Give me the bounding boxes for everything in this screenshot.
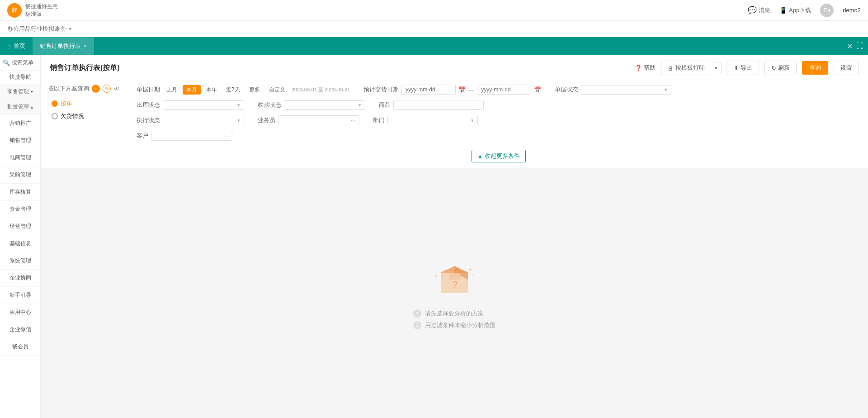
filter-collapse-row: ▲ 收起更多条件 (137, 146, 861, 162)
scheme-item-shortage[interactable]: 欠货情况 (48, 110, 123, 123)
member-label: 畅会员 (12, 343, 28, 351)
search-menu-area[interactable]: 🔍 搜索菜单 (0, 55, 40, 71)
status-select[interactable]: ▾ (581, 85, 671, 95)
edit-scheme-button[interactable]: ✎ (103, 85, 111, 93)
sidebar-item-member[interactable]: 畅会员 (0, 338, 40, 356)
retail-expand-icon: ▾ (31, 89, 33, 94)
exec-select[interactable]: ▾ (163, 116, 244, 125)
sidebar-item-ecommerce[interactable]: 电商管理 (0, 149, 40, 166)
app-icon (779, 7, 787, 14)
sidebar-item-finance[interactable]: 资金管理 (0, 201, 40, 218)
fullscreen-icon[interactable]: ⛶ (856, 42, 863, 50)
exec-group: 执行状态 ▾ (137, 116, 244, 125)
sidebar-item-marketing[interactable]: 营销推广 (0, 115, 40, 132)
empty-icon: ? (432, 257, 477, 302)
message-button[interactable]: 消息 (748, 6, 770, 14)
expected-date-group: 预计交货日期 📅 — 📅 (363, 85, 541, 95)
collapse-button[interactable]: ▲ 收起更多条件 (472, 150, 526, 162)
page-title: 销售订单执行表(按单) (50, 63, 120, 73)
exec-label: 执行状态 (137, 116, 160, 124)
filter-row-4: 客户 ··· (137, 131, 861, 141)
username[interactable]: demo2 (843, 7, 861, 14)
sidebar-item-wechat[interactable]: 企业微信 (0, 321, 40, 338)
close-window-icon[interactable]: ✕ (847, 42, 853, 51)
scheme-header-label: 按以下方案查询 (48, 85, 89, 93)
page-actions: ❓ 帮助 🖨 按模板打印 ▾ ⬆ 导出 ↻ 刷新 (635, 61, 859, 75)
svg-rect-3 (449, 273, 460, 280)
export-button[interactable]: ⬆ 导出 (727, 61, 759, 75)
collapse-up-icon: ▲ (477, 153, 483, 160)
add-scheme-button[interactable]: + (92, 85, 100, 93)
content-body: ? 1 请先选择要分析的方案 2 用过滤条件来缩小分析范围 (41, 168, 868, 418)
help-button[interactable]: ❓ 帮助 (635, 64, 656, 72)
settings-label: 设置 (840, 64, 852, 72)
goods-more-icon[interactable]: ··· (475, 102, 480, 108)
salesperson-more-icon[interactable]: ··· (351, 117, 355, 124)
sidebar-item-enterprise[interactable]: 企业协同 (0, 270, 40, 287)
sidebar-item-retail[interactable]: 零售管理 ▾ (0, 84, 40, 100)
app-download-button[interactable]: App下载 (779, 6, 811, 14)
date-tab-current-month[interactable]: 本月 (183, 85, 201, 95)
avatar[interactable]: Ea (820, 4, 834, 17)
salesperson-select[interactable]: ··· (278, 115, 359, 125)
sidebar-item-basic-info[interactable]: 基础信息 (0, 235, 40, 252)
page-header: 销售订单执行表(按单) ❓ 帮助 🖨 按模板打印 ▾ ⬆ 导出 (41, 55, 868, 79)
sidebar-item-purchase[interactable]: 采购管理 (0, 166, 40, 184)
ecommerce-label: 电商管理 (9, 154, 31, 162)
date-tab-custom[interactable]: 自定义 (265, 85, 289, 95)
goods-select[interactable]: ··· (393, 100, 484, 110)
svg-point-6 (472, 274, 473, 276)
outstock-select[interactable]: ▾ (163, 100, 244, 110)
sidebar-item-app-center[interactable]: 应用中心 (0, 304, 40, 321)
export-label: 导出 (741, 64, 752, 72)
scheme-item-order[interactable]: 按单 (48, 97, 123, 110)
print-dropdown-trigger[interactable]: ▾ (711, 62, 722, 74)
date-tab-7days[interactable]: 近7天 (222, 85, 244, 95)
wholesale-expand-icon: ▴ (31, 104, 33, 109)
calendar-to-icon[interactable]: 📅 (534, 86, 541, 93)
purchase-label: 采购管理 (9, 171, 31, 179)
date-tab-more[interactable]: 更多 (245, 85, 264, 95)
sidebar-item-wholesale[interactable]: 批发管理 ▴ (0, 100, 40, 115)
filter-fields: 单据日期 上月 本月 本年 近7天 更多 自定义 2023-03-01 至 20… (129, 85, 861, 162)
inventory-label: 库存核算 (9, 188, 31, 196)
refresh-icon: ↻ (771, 65, 776, 71)
step-2-circle: 2 (413, 321, 421, 329)
account-name: 办公用品行业模拟账套 (7, 25, 66, 33)
date-tab-last-month[interactable]: 上月 (163, 85, 181, 95)
calendar-from-icon[interactable]: 📅 (458, 86, 466, 93)
tab-bar: ⌂ 首页 销售订单执行表 × ✕ ⛶ (0, 37, 868, 55)
dept-select[interactable]: ▾ (387, 116, 478, 125)
receipt-select[interactable]: ▾ (284, 100, 365, 110)
sidebar-item-sales[interactable]: 销售管理 (0, 132, 40, 149)
expected-date-from-input[interactable] (401, 85, 456, 95)
dropdown-arrow-icon[interactable]: ▾ (69, 25, 72, 32)
sidebar-item-quick-nav[interactable]: 快捷导航 (0, 71, 40, 84)
tab-home[interactable]: ⌂ 首页 (0, 37, 33, 55)
sidebar-item-operations[interactable]: 经营管理 (0, 218, 40, 235)
customer-select[interactable]: ··· (151, 131, 232, 141)
empty-state: ? 1 请先选择要分析的方案 2 用过滤条件来缩小分析范围 (41, 168, 868, 418)
tab-bar-right: ✕ ⛶ (847, 37, 868, 55)
query-button[interactable]: 查询 (802, 61, 828, 75)
status-group: 单据状态 ▾ (555, 85, 671, 95)
collapse-scheme-icon[interactable]: ≪ (113, 86, 119, 92)
sidebar-item-system[interactable]: 系统管理 (0, 252, 40, 270)
expected-date-label: 预计交货日期 (363, 86, 399, 94)
print-button[interactable]: 🖨 按模板打印 (661, 61, 711, 75)
refresh-button[interactable]: ↻ 刷新 (764, 61, 797, 75)
help-label: 帮助 (644, 64, 656, 72)
home-icon: ⌂ (7, 43, 11, 50)
tab-sales-exec[interactable]: 销售订单执行表 × (33, 37, 94, 55)
sidebar-item-newbie[interactable]: 新手引导 (0, 287, 40, 304)
scheme-label-shortage: 欠货情况 (61, 112, 84, 120)
logo-name: 畅捷通好生意 (25, 3, 58, 10)
expected-date-to-input[interactable] (477, 85, 531, 95)
settings-button[interactable]: 设置 (834, 61, 859, 75)
close-tab-icon[interactable]: × (84, 43, 87, 49)
sidebar-item-inventory[interactable]: 库存核算 (0, 184, 40, 201)
empty-step-2: 2 用过滤条件来缩小分析范围 (413, 321, 495, 329)
date-tab-current-year[interactable]: 本年 (203, 85, 221, 95)
step-1-circle: 1 (413, 309, 421, 318)
customer-more-icon[interactable]: ··· (224, 133, 228, 139)
